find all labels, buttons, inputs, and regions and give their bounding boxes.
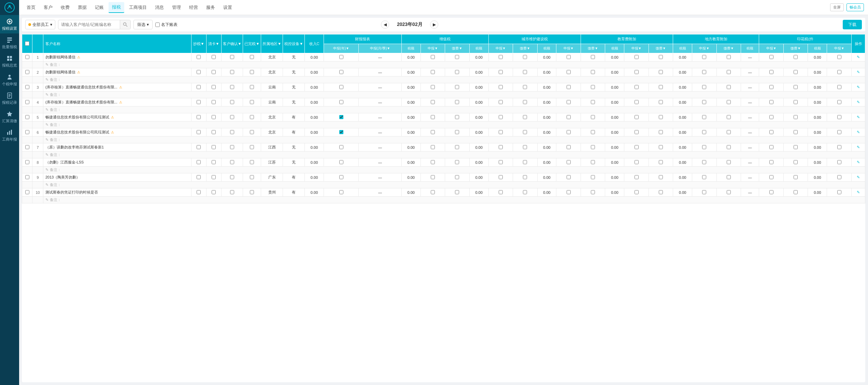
row-zj-shen[interactable] bbox=[421, 143, 445, 152]
row-caibao-year[interactable] bbox=[324, 68, 359, 76]
search-button[interactable] bbox=[120, 20, 130, 29]
row-jy-shen[interactable] bbox=[624, 158, 649, 167]
row-qingka[interactable] bbox=[206, 158, 221, 167]
row-jy-jiao2[interactable] bbox=[649, 188, 673, 197]
th-zj-shen[interactable]: 申报▼ bbox=[421, 44, 445, 53]
row-edit[interactable]: ✎ bbox=[852, 83, 865, 91]
row-jy-jiao2[interactable] bbox=[649, 143, 673, 152]
th-qingka[interactable]: 清卡▼ bbox=[206, 34, 221, 53]
row-zj-jiao[interactable] bbox=[445, 53, 469, 61]
th-confirm[interactable]: 客户确认▼ bbox=[221, 34, 243, 53]
nav-home[interactable]: 首页 bbox=[23, 2, 39, 13]
th-yh-jiao[interactable]: 缴费▼ bbox=[783, 44, 808, 53]
row-cs-shen[interactable] bbox=[488, 83, 513, 91]
nav-accounting[interactable]: 记账 bbox=[91, 2, 107, 13]
row-zj-shen[interactable] bbox=[421, 113, 445, 122]
th-chaoshui[interactable]: 抄税▼ bbox=[191, 34, 206, 53]
th-df-jiao[interactable]: 缴费▼ bbox=[716, 44, 741, 53]
row-yh-shen2[interactable] bbox=[827, 188, 852, 197]
row-checkbox[interactable] bbox=[22, 83, 32, 91]
row-caibao-year[interactable] bbox=[324, 113, 359, 122]
row-df-shen[interactable] bbox=[692, 98, 716, 106]
nav-fee[interactable]: 收费 bbox=[57, 2, 73, 13]
row-cs-shen[interactable] bbox=[488, 53, 513, 61]
row-yh-shen2[interactable] bbox=[827, 68, 852, 76]
row-edit[interactable]: ✎ bbox=[852, 158, 865, 167]
row-qingka[interactable] bbox=[206, 188, 221, 197]
row-cs-jiao[interactable] bbox=[513, 113, 537, 122]
row-yh-shen2[interactable] bbox=[827, 128, 852, 137]
row-yh-jiao[interactable] bbox=[783, 188, 808, 197]
row-zj-shen[interactable] bbox=[421, 53, 445, 61]
row-qingka[interactable] bbox=[206, 143, 221, 152]
row-confirm[interactable] bbox=[221, 53, 243, 61]
row-cs-shen[interactable] bbox=[488, 128, 513, 137]
row-chaoshui[interactable] bbox=[191, 188, 206, 197]
row-yh-shen[interactable] bbox=[759, 83, 783, 91]
row-jy-shen[interactable] bbox=[624, 83, 649, 91]
row-jy-shen[interactable] bbox=[624, 128, 649, 137]
sidebar-item-baoshuizonglan[interactable]: 报税总览 bbox=[0, 52, 19, 70]
row-confirm[interactable] bbox=[221, 173, 243, 182]
row-yh-jiao[interactable] bbox=[783, 143, 808, 152]
row-cs-shen2[interactable] bbox=[556, 53, 581, 61]
row-chaoshui[interactable] bbox=[191, 68, 206, 76]
row-cs-shen[interactable] bbox=[488, 98, 513, 106]
row-edit[interactable]: ✎ bbox=[852, 113, 865, 122]
sidebar-item-baoshuijilu[interactable]: 报税记录 bbox=[0, 89, 19, 108]
row-edit[interactable]: ✎ bbox=[852, 53, 865, 61]
row-confirm[interactable] bbox=[221, 188, 243, 197]
row-completed[interactable] bbox=[243, 188, 261, 197]
row-jy-jiao[interactable] bbox=[581, 113, 605, 122]
prev-month-button[interactable]: ◀ bbox=[381, 20, 389, 29]
row-zj-jiao[interactable] bbox=[445, 83, 469, 91]
row-checkbox[interactable] bbox=[22, 143, 32, 152]
row-df-shen[interactable] bbox=[692, 128, 716, 137]
row-caibao-year[interactable] bbox=[324, 83, 359, 91]
row-cs-jiao[interactable] bbox=[513, 188, 537, 197]
row-jy-jiao[interactable] bbox=[581, 143, 605, 152]
row-yh-shen[interactable] bbox=[759, 173, 783, 182]
row-cs-jiao[interactable] bbox=[513, 143, 537, 152]
row-jy-shen[interactable] bbox=[624, 98, 649, 106]
row-jy-jiao2[interactable] bbox=[649, 83, 673, 91]
row-checkbox[interactable] bbox=[22, 128, 32, 137]
row-completed[interactable] bbox=[243, 83, 261, 91]
row-jy-jiao[interactable] bbox=[581, 173, 605, 182]
th-taxdevice[interactable]: 税控设备▼ bbox=[283, 34, 305, 53]
row-confirm[interactable] bbox=[221, 98, 243, 106]
mingxia-checkbox-label[interactable]: 名下账表 bbox=[155, 22, 177, 28]
row-qingka[interactable] bbox=[206, 128, 221, 137]
nav-manage[interactable]: 管理 bbox=[169, 2, 184, 13]
row-zj-shen[interactable] bbox=[421, 68, 445, 76]
row-yh-jiao[interactable] bbox=[783, 158, 808, 167]
th-yh-shen2[interactable]: 申报▼ bbox=[827, 44, 852, 53]
row-yh-shen2[interactable] bbox=[827, 98, 852, 106]
row-cs-jiao[interactable] bbox=[513, 98, 537, 106]
row-df-shen[interactable] bbox=[692, 143, 716, 152]
row-edit[interactable]: ✎ bbox=[852, 188, 865, 197]
sidebar-item-geshuishenbao[interactable]: 个税申报 bbox=[0, 71, 19, 89]
row-qingka[interactable] bbox=[206, 53, 221, 61]
th-region[interactable]: 所属地区▼ bbox=[261, 34, 283, 53]
row-zj-jiao[interactable] bbox=[445, 128, 469, 137]
row-zj-shen[interactable] bbox=[421, 173, 445, 182]
row-jy-jiao2[interactable] bbox=[649, 98, 673, 106]
row-df-jiao[interactable] bbox=[716, 98, 741, 106]
row-chaoshui[interactable] bbox=[191, 53, 206, 61]
row-jy-jiao[interactable] bbox=[581, 98, 605, 106]
row-cs-shen[interactable] bbox=[488, 113, 513, 122]
row-caibao-year[interactable] bbox=[324, 98, 359, 106]
row-yh-jiao[interactable] bbox=[783, 98, 808, 106]
row-checkbox[interactable] bbox=[22, 158, 32, 167]
row-yh-shen[interactable] bbox=[759, 113, 783, 122]
row-jy-jiao[interactable] bbox=[581, 158, 605, 167]
row-chaoshui[interactable] bbox=[191, 113, 206, 122]
row-jy-jiao[interactable] bbox=[581, 188, 605, 197]
row-zj-jiao[interactable] bbox=[445, 173, 469, 182]
row-cs-shen2[interactable] bbox=[556, 98, 581, 106]
row-df-shen[interactable] bbox=[692, 188, 716, 197]
th-caibao-month[interactable]: 申报(月/季)▼ bbox=[359, 44, 402, 53]
row-chaoshui[interactable] bbox=[191, 143, 206, 152]
filter-button[interactable]: 筛选 ▾ bbox=[133, 20, 153, 29]
